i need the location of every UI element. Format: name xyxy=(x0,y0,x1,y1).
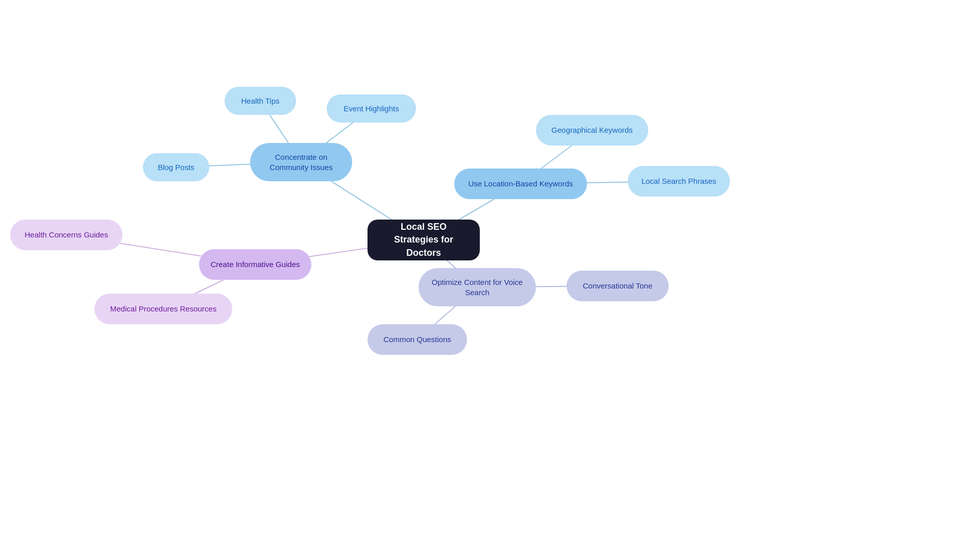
event-highlights-node[interactable]: Event Highlights xyxy=(327,94,416,123)
mindmap-canvas: Local SEO Strategies for Doctors Concent… xyxy=(0,0,980,553)
geographical-keywords-node[interactable]: Geographical Keywords xyxy=(536,115,648,146)
voice-search-node[interactable]: Optimize Content for Voice Search xyxy=(419,268,536,306)
blog-posts-node[interactable]: Blog Posts xyxy=(143,153,209,181)
health-tips-node[interactable]: Health Tips xyxy=(225,87,296,115)
conversational-tone-node[interactable]: Conversational Tone xyxy=(567,271,669,301)
location-keywords-node[interactable]: Use Location-Based Keywords xyxy=(454,169,587,199)
local-search-phrases-node[interactable]: Local Search Phrases xyxy=(628,166,730,197)
concentrate-node[interactable]: Concentrate on Community Issues xyxy=(250,143,352,181)
medical-procedures-node[interactable]: Medical Procedures Resources xyxy=(94,294,232,324)
center-node[interactable]: Local SEO Strategies for Doctors xyxy=(368,220,480,260)
health-concerns-node[interactable]: Health Concerns Guides xyxy=(10,220,122,250)
common-questions-node[interactable]: Common Questions xyxy=(368,324,467,355)
create-guides-node[interactable]: Create Informative Guides xyxy=(199,249,311,280)
